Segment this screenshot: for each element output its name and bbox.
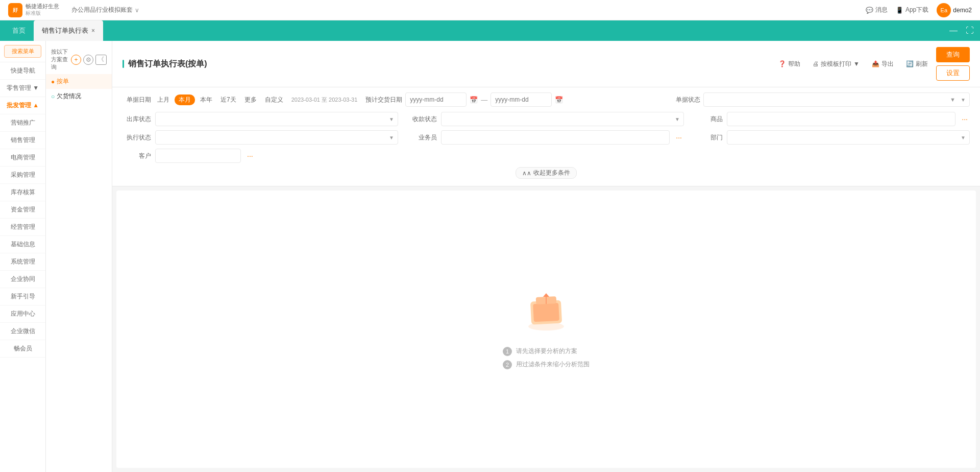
date-filter-group: 单据日期 上月 本月 本年 近7天 更多 自定义 2023-03-01 至 20… — [122, 95, 357, 105]
sidebar-item-system[interactable]: 系统管理 — [0, 253, 45, 271]
left-panel: 按以下方案查询 + ⚙ 《 ● 按单 ○ 欠货情况 — [46, 41, 112, 472]
salesman-input[interactable] — [441, 130, 670, 145]
left-panel-title: 按以下方案查询 — [51, 48, 71, 71]
app-download-button[interactable]: 📱 App下载 — [896, 6, 928, 14]
tab-close-icon[interactable]: × — [91, 27, 95, 34]
refresh-button[interactable]: 🔄 刷新 — [902, 58, 932, 70]
customer-input[interactable] — [155, 149, 241, 163]
page-header: 销售订单执行表(按单) ❓ 帮助 🖨 按模板打印 ▼ 📤 导出 — [112, 41, 980, 87]
sidebar-item-purchase[interactable]: 采购管理 — [0, 167, 45, 184]
exec-status-filter: 执行状态 — [122, 130, 398, 145]
top-bar-right: 💬 消息 📱 App下载 Ea demo2 — [866, 3, 972, 17]
dept-label: 部门 — [694, 133, 723, 142]
sidebar-item-wholesale[interactable]: 批发管理 ▲ — [0, 97, 45, 114]
logo-icon: 好 — [8, 3, 22, 17]
customer-label: 客户 — [122, 152, 151, 160]
goods-input[interactable] — [727, 112, 955, 126]
tab-bar-actions: — ⛶ — [947, 24, 976, 37]
page-actions: ❓ 帮助 🖨 按模板打印 ▼ 📤 导出 🔄 刷新 — [774, 47, 970, 81]
scheme-item-shortage[interactable]: ○ 欠货情况 — [46, 89, 112, 104]
query-button[interactable]: 查询 — [936, 47, 970, 62]
settings-button[interactable]: 设置 — [936, 65, 970, 81]
tab-home[interactable]: 首页 — [4, 20, 34, 41]
sidebar-item-shortcut[interactable]: 快捷导航 — [0, 62, 45, 80]
add-scheme-button[interactable]: + — [71, 55, 81, 65]
user-profile[interactable]: Ea demo2 — [937, 3, 972, 17]
salesman-picker-btn[interactable]: ··· — [674, 133, 684, 141]
sidebar-item-newbie[interactable]: 新手引导 — [0, 288, 45, 305]
cal-icon-end[interactable]: 📅 — [555, 96, 563, 104]
logo-title: 畅捷通好生意 — [26, 3, 59, 10]
exec-status-select[interactable] — [155, 130, 398, 145]
print-icon: 🖨 — [813, 60, 819, 67]
logo-subtitle: 标准版 — [26, 10, 59, 17]
main-layout: 搜索菜单 快捷导航 零售管理 ▼ 批发管理 ▲ 营销推广 销售管理 电商管理 采… — [0, 41, 980, 472]
receipt-status-select[interactable] — [441, 112, 684, 126]
search-menu-button[interactable]: 搜索菜单 — [4, 45, 41, 58]
sidebar-item-finance[interactable]: 资金管理 — [0, 201, 45, 219]
export-label: 导出 — [881, 60, 894, 68]
sidebar-item-basics[interactable]: 基础信息 — [0, 236, 45, 253]
scheme-item-label: 按单 — [57, 77, 69, 86]
sidebar-item-ecommerce[interactable]: 电商管理 — [0, 149, 45, 167]
filter-section: 单据日期 上月 本月 本年 近7天 更多 自定义 2023-03-01 至 20… — [112, 87, 980, 186]
main-content: 销售订单执行表(按单) ❓ 帮助 🖨 按模板打印 ▼ 📤 导出 — [112, 41, 980, 472]
date-shortcut-custom[interactable]: 自定义 — [262, 95, 286, 105]
scheme-active-icon: ● — [51, 78, 55, 85]
empty-state: 1 请先选择要分析的方案 2 用过滤条件来缩小分析范围 — [116, 191, 976, 468]
sidebar-item-retail[interactable]: 零售管理 ▼ — [0, 80, 45, 97]
empty-step-2: 2 用过滤条件来缩小分析范围 — [503, 360, 590, 369]
dept-select[interactable] — [727, 130, 970, 145]
goods-picker-btn[interactable]: ··· — [960, 115, 970, 123]
date-shortcut-this-year[interactable]: 本年 — [197, 95, 215, 105]
top-bar: 好 畅捷通好生意 标准版 办公用品行业模拟账套 ∨ 💬 消息 📱 App下载 E… — [0, 0, 980, 20]
date-shortcut-more[interactable]: 更多 — [241, 95, 260, 105]
logo-area: 好 畅捷通好生意 标准版 — [8, 3, 59, 17]
expected-date-label: 预计交货日期 — [365, 96, 402, 104]
customer-picker-btn[interactable]: ··· — [245, 152, 255, 160]
scheme-item-by-order[interactable]: ● 按单 — [46, 74, 112, 89]
collapse-label: 收起更多条件 — [533, 169, 570, 177]
message-button[interactable]: 💬 消息 — [866, 6, 888, 14]
sidebar-item-vip[interactable]: 畅会员 — [0, 340, 45, 358]
breadcrumb[interactable]: 办公用品行业模拟账套 ∨ — [71, 6, 139, 14]
tab-sales-order-label: 销售订单执行表 — [42, 26, 88, 35]
customer-filter: 客户 ··· — [122, 149, 255, 163]
dept-filter: 部门 — [694, 130, 970, 145]
page-title-area: 销售订单执行表(按单) — [122, 59, 207, 69]
tab-maximize-icon[interactable]: ⛶ — [964, 24, 976, 37]
collapse-button[interactable]: ∧∧ 收起更多条件 — [516, 167, 577, 179]
expected-date-end-input[interactable] — [491, 92, 552, 107]
message-label: 消息 — [875, 6, 888, 14]
expected-date-start-input[interactable] — [405, 92, 467, 107]
doc-status-filter: 单据状态 ▼ — [672, 92, 970, 107]
print-button[interactable]: 🖨 按模板打印 ▼ — [808, 58, 864, 70]
sidebar-item-apps[interactable]: 应用中心 — [0, 305, 45, 323]
doc-status-select[interactable] — [703, 92, 970, 107]
out-status-label: 出库状态 — [122, 115, 151, 124]
query-settings-group: 查询 设置 — [936, 47, 970, 81]
date-separator: — — [481, 96, 487, 104]
sidebar-item-enterprise[interactable]: 企业协同 — [0, 271, 45, 288]
help-button[interactable]: ❓ 帮助 — [774, 58, 804, 70]
svg-marker-5 — [543, 293, 549, 297]
print-dropdown-icon: ▼ — [853, 60, 860, 67]
date-shortcut-7days[interactable]: 近7天 — [217, 95, 239, 105]
out-status-select[interactable] — [155, 112, 398, 126]
collapse-scheme-button[interactable]: 《 — [95, 55, 107, 65]
help-icon: ❓ — [778, 60, 786, 67]
settings-scheme-button[interactable]: ⚙ — [83, 55, 93, 65]
sidebar-item-wechat[interactable]: 企业微信 — [0, 323, 45, 340]
tab-sales-order[interactable]: 销售订单执行表 × — [34, 20, 103, 41]
date-shortcut-this-month[interactable]: 本月 — [175, 95, 195, 105]
exec-status-select-wrapper — [155, 130, 398, 145]
cal-icon-start[interactable]: 📅 — [470, 96, 478, 104]
sidebar-item-operations[interactable]: 经营管理 — [0, 219, 45, 236]
sidebar-item-marketing[interactable]: 营销推广 — [0, 114, 45, 132]
export-button[interactable]: 📤 导出 — [868, 58, 898, 70]
tab-minimize-icon[interactable]: — — [947, 24, 960, 37]
sidebar-item-sales[interactable]: 销售管理 — [0, 132, 45, 149]
date-shortcut-last-month[interactable]: 上月 — [154, 95, 173, 105]
date-range-display: 2023-03-01 至 2023-03-31 — [291, 96, 358, 104]
sidebar-item-inventory[interactable]: 库存核算 — [0, 184, 45, 201]
